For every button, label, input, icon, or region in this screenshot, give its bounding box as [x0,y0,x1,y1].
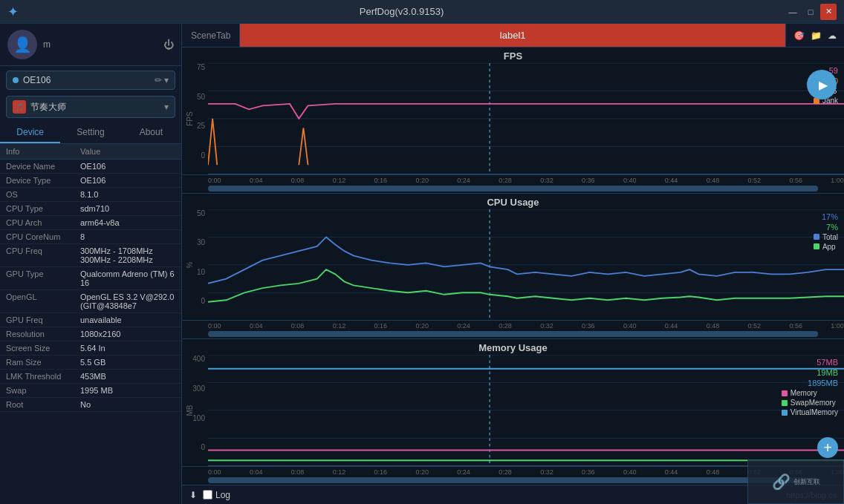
x-axis-label: 0:44 [665,468,678,476]
info-key: GPU Freq [6,315,80,324]
fps-svg [208,63,844,174]
info-key: Ram Size [6,358,80,367]
x-axis-label: 0:24 [457,177,470,184]
info-value: OpenGL ES 3.2 V@292.0 (GIT@43848e7 [80,292,175,310]
tab-device[interactable]: Device [0,122,60,143]
cpu-app-dot [814,243,819,249]
x-axis-label: 0:40 [623,322,637,330]
folder-icon[interactable]: 📁 [811,30,822,41]
cpu-svg [208,209,844,321]
expand-icon[interactable]: ⬇ [189,490,197,500]
x-axis-label: 0:16 [374,322,388,330]
x-axis-label: 0:48 [707,322,720,330]
main-layout: 👤 m ⏻ OE106 ✏ ▾ 🎵 节奏大师 ▾ Device Setting … [0,24,844,504]
x-axis-label: 0:32 [540,177,554,184]
cpu-total-dot [814,234,819,240]
x-axis-label: 0:08 [291,322,305,330]
info-value: OE106 [80,162,175,171]
play-button[interactable] [807,70,837,99]
x-axis-label: 0:12 [333,177,346,184]
fps-chart-title: FPS [182,50,844,62]
cpu-total-value: 17% [814,212,838,221]
x-axis-label: 0:48 [707,177,720,184]
table-row: Ram Size5.5 GB [0,356,181,370]
cpu-chart-title: CPU Usage [182,197,844,208]
info-rows: Device NameOE106Device TypeOE106OS8.1.0C… [0,160,181,412]
col-value: Value [80,147,175,156]
info-key: Resolution [6,330,80,338]
table-row: LMK Threshold453MB [0,370,181,384]
table-row: OS8.1.0 [0,188,181,202]
table-row: OpenGLOpenGL ES 3.2 V@292.0 (GIT@43848e7 [0,290,181,313]
info-key: Device Type [6,176,80,185]
scene-tab-label[interactable]: SceneTab [182,24,240,47]
scene-icons: 🎯 📁 ☁ [786,24,844,47]
x-axis-label: 0:12 [333,468,346,476]
cpu-chart-area: 17% 7% Total App [208,209,844,321]
table-row: GPU Frequnavailable [0,313,181,327]
watermark-text: 创新互联 [793,477,820,487]
x-axis-label: 0:04 [250,177,263,184]
memory-chart-area: 57MB 19MB 1895MB Memory SwapMemory [208,355,844,466]
tab-setting[interactable]: Setting [60,122,120,143]
scene-label1[interactable]: label1 [240,24,786,47]
info-table-header: Info Value [0,144,181,160]
x-axis-label: 0:28 [499,468,512,476]
cpu-scrollbar-thumb[interactable] [208,331,818,337]
location-icon[interactable]: 🎯 [793,30,805,41]
minimize-button[interactable]: — [785,4,801,20]
cpu-y-label: % [186,258,194,272]
memory-scrollbar-thumb[interactable] [208,477,818,483]
info-key: CPU Freq [6,246,80,255]
close-button[interactable]: ✕ [820,4,837,20]
app-selector[interactable]: 🎵 节奏大师 ▾ [6,96,175,118]
add-chart-button[interactable]: + [817,437,838,458]
table-row: Screen Size5.64 In [0,341,181,356]
info-value: sdm710 [80,204,175,213]
maximize-button[interactable]: □ [802,4,819,20]
swap-value: 19MB [782,368,838,377]
info-value: unavailable [80,315,175,324]
info-value: 1995 MB [80,386,175,395]
info-key: Swap [6,386,80,395]
x-axis-label: 0:12 [333,322,346,330]
cpu-scrollbar[interactable] [208,331,818,337]
device-selector[interactable]: OE106 ✏ ▾ [6,71,175,90]
tab-bar: Device Setting About [0,122,181,144]
cpu-legend: 17% 7% Total App [814,212,838,251]
cloud-icon[interactable]: ☁ [828,30,837,41]
log-checkbox[interactable] [203,490,212,500]
table-row: Swap1995 MB [0,384,181,398]
info-value: arm64-v8a [80,218,175,227]
info-key: OpenGL [6,292,80,301]
x-axis-label: 0:04 [250,322,263,330]
right-panel: SceneTab label1 🎯 📁 ☁ FPS 75 50 25 [182,24,844,504]
x-axis-label: 0:40 [623,177,637,184]
x-axis-label: 0:52 [748,177,762,184]
fps-scrollbar[interactable] [208,186,818,192]
table-row: Resolution1080x2160 [0,327,181,341]
x-axis-label: 0:24 [457,468,470,476]
table-row: GPU TypeQualcomm Adreno (TM) 616 [0,267,181,290]
watermark-icon: 🔗 [772,473,791,491]
x-axis-label: 0:20 [415,322,429,330]
memory-scrollbar[interactable] [208,477,818,483]
x-axis-label: 0:56 [789,322,802,330]
x-axis-label: 0:08 [291,177,305,184]
tab-about[interactable]: About [121,122,181,143]
cpu-chart: CPU Usage 50 30 10 0 % [182,194,844,340]
x-axis-label: 0:00 [208,322,221,330]
x-axis-label: 0:36 [582,322,595,330]
memory-legend: 57MB 19MB 1895MB Memory SwapMemory [782,358,838,416]
table-row: CPU Freq300MHz - 1708MHz300MHz - 2208MHz [0,244,181,267]
cpu-app-value: 7% [814,223,838,232]
info-key: Root [6,400,80,409]
fps-scrollbar-thumb[interactable] [208,186,818,192]
power-icon[interactable]: ⏻ [163,39,174,50]
virtual-legend-item: VirtualMemory [782,408,838,416]
table-row: Device NameOE106 [0,160,181,174]
user-area: 👤 m ⏻ [0,24,181,66]
x-axis-label: 0:28 [499,177,512,184]
virtual-value: 1895MB [782,379,838,387]
x-axis-label: 0:48 [707,468,720,476]
